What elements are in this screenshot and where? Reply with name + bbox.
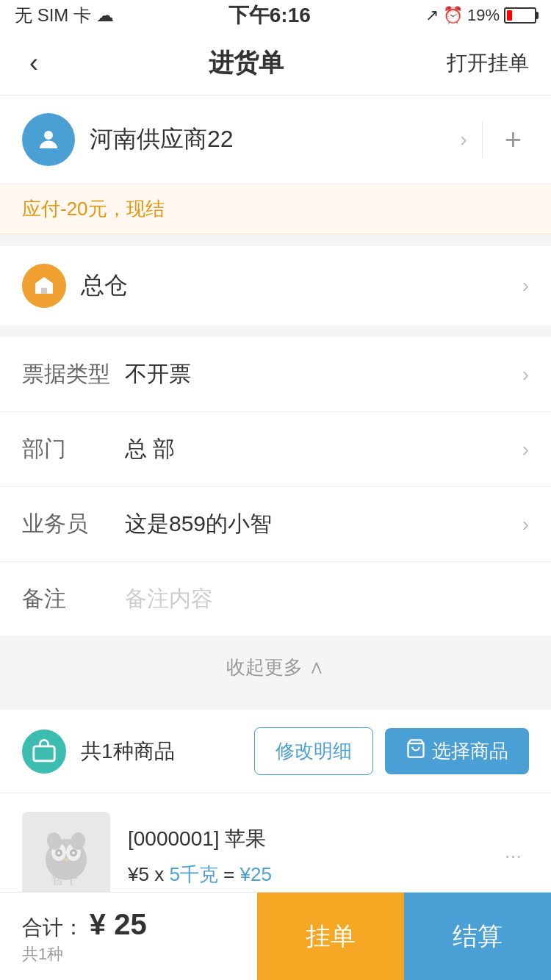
product-header: 共1种商品 修改明细 选择商品 (0, 710, 551, 793)
product-total: ¥25 (240, 863, 272, 885)
add-supplier-button[interactable]: + (497, 123, 529, 156)
alarm-icon: ⏰ (443, 6, 463, 25)
warehouse-icon (22, 264, 66, 308)
product-title: 苹果 (225, 827, 266, 850)
battery-text: 19% (467, 6, 500, 25)
supplier-row[interactable]: 河南供应商22 › + (0, 96, 551, 184)
product-name: [0000001] 苹果 (128, 825, 497, 853)
warehouse-chevron-icon: › (522, 274, 529, 298)
svg-text:督十: 督十 (51, 872, 78, 885)
multiply-sign: x (154, 863, 169, 885)
svg-point-0 (44, 131, 53, 140)
warehouse-name: 总仓 (81, 270, 522, 302)
product-count-icon (22, 729, 66, 774)
status-right: ↗ ⏰ 19% (425, 6, 536, 25)
salesperson-chevron-icon: › (522, 513, 529, 536)
more-button[interactable]: ··· (497, 837, 529, 875)
total-label: 合计： (22, 916, 84, 939)
warning-banner: 应付-20元，现结 (0, 184, 551, 234)
product-price: ¥5 x 5千克 = ¥25 (128, 862, 497, 887)
nav-bar: ‹ 进货单 打开挂单 (0, 31, 551, 96)
remark-input[interactable]: 备注内容 (125, 584, 529, 614)
collapse-button[interactable]: 收起更多 ∧ (0, 636, 551, 698)
form-section: 票据类型 不开票 › 部门 总 部 › 业务员 这是859的小智 › 备注 备注… (0, 337, 551, 698)
warehouse-row[interactable]: 总仓 › (0, 246, 551, 325)
select-product-label: 选择商品 (432, 738, 508, 764)
remark-label: 备注 (22, 584, 125, 614)
bottom-bar: 合计： ¥ 25 共1种 挂单 结算 (0, 892, 551, 980)
salesperson-value: 这是859的小智 (125, 509, 522, 539)
product-count-text: 共1种商品 (81, 738, 254, 765)
battery-icon (504, 7, 536, 24)
product-info: [0000001] 苹果 ¥5 x 5千克 = ¥25 (128, 825, 497, 887)
edit-detail-button[interactable]: 修改明细 (254, 727, 373, 775)
remark-row[interactable]: 备注 备注内容 (0, 562, 551, 636)
department-chevron-icon: › (522, 438, 529, 461)
page-title: 进货单 (209, 46, 284, 80)
supplier-name: 河南供应商22 (90, 123, 460, 156)
department-value: 总 部 (125, 434, 522, 464)
vertical-divider (482, 121, 483, 158)
status-time: 下午6:16 (228, 1, 311, 29)
total-count: 共1种 (22, 943, 235, 965)
department-label: 部门 (22, 434, 125, 464)
salesperson-label: 业务员 (22, 509, 125, 539)
total-row: 合计： ¥ 25 (22, 908, 235, 942)
open-hang-button[interactable]: 打开挂单 (447, 49, 529, 77)
svg-point-10 (72, 851, 75, 854)
department-row[interactable]: 部门 总 部 › (0, 412, 551, 487)
svg-point-9 (57, 851, 60, 854)
ticket-type-row[interactable]: 票据类型 不开票 › (0, 337, 551, 412)
total-amount: ¥ 25 (90, 908, 147, 940)
product-thumbnail: 督十 (22, 812, 110, 900)
ticket-type-chevron-icon: › (522, 363, 529, 386)
product-quantity: 5千克 (169, 863, 217, 885)
supplier-section: 河南供应商22 › + 应付-20元，现结 (0, 96, 551, 234)
supplier-chevron-icon: › (460, 128, 467, 151)
ticket-type-value: 不开票 (125, 359, 522, 389)
status-left: 无 SIM 卡 ☁ (15, 4, 114, 27)
ticket-type-label: 票据类型 (22, 359, 125, 389)
location-icon: ↗ (425, 6, 439, 25)
select-product-button[interactable]: 选择商品 (385, 728, 529, 774)
status-bar: 无 SIM 卡 ☁ 下午6:16 ↗ ⏰ 19% (0, 0, 551, 31)
checkout-button[interactable]: 结算 (404, 893, 551, 981)
warehouse-section: 总仓 › (0, 246, 551, 325)
hang-button[interactable]: 挂单 (257, 893, 404, 981)
total-section: 合计： ¥ 25 共1种 (0, 908, 257, 965)
sim-status: 无 SIM 卡 ☁ (15, 4, 114, 27)
salesperson-row[interactable]: 业务员 这是859的小智 › (0, 487, 551, 562)
svg-rect-2 (34, 746, 54, 760)
supplier-avatar (22, 113, 75, 166)
product-code: [0000001] (128, 827, 220, 850)
svg-rect-1 (41, 288, 47, 294)
back-button[interactable]: ‹ (22, 40, 46, 86)
unit-price: ¥5 (128, 863, 149, 885)
equals-sign: = (223, 863, 240, 885)
product-section: 共1种商品 修改明细 选择商品 (0, 710, 551, 918)
cart-icon (406, 738, 426, 764)
